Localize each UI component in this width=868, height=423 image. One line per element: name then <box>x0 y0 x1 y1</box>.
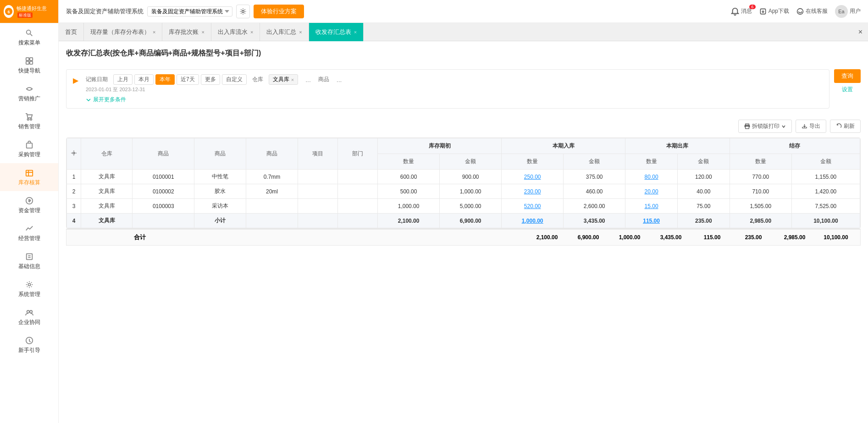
date-btn-7days[interactable]: 近7天 <box>177 74 199 85</box>
date-btn-this-year[interactable]: 本年 <box>155 74 175 85</box>
sidebar-item-marketing[interactable]: 营销推广 <box>0 79 58 107</box>
print-button[interactable]: 拆锁版打印 <box>738 120 792 133</box>
sidebar-item-search[interactable]: 搜索菜单 <box>0 23 58 51</box>
th-spec: 商品 <box>246 138 298 170</box>
product-label: 商品 <box>318 76 329 83</box>
sidebar-item-guide[interactable]: 新手引导 <box>0 331 58 359</box>
top-header: 装备及固定资产辅助管理系统 装备及固定资产辅助管理系统 体验行业方案 消息 6 … <box>59 0 868 23</box>
in-qty-link[interactable]: 250.00 <box>502 170 564 184</box>
out-qty-link[interactable]: 20.00 <box>625 184 678 199</box>
warehouse-tag-close[interactable]: × <box>291 77 294 82</box>
out-qty-link[interactable]: 80.00 <box>625 170 678 184</box>
main-area: 装备及固定资产辅助管理系统 装备及固定资产辅助管理系统 体验行业方案 消息 6 … <box>59 0 868 423</box>
th-product: 商品 <box>194 138 246 170</box>
page-content: 收发存汇总表(按仓库+商品编码+商品+规格型号+项目+部门) ▶ 记账日期 上月… <box>59 41 868 423</box>
footer-total-label: 合计 <box>66 233 213 242</box>
online-service-item[interactable]: 在线客服 <box>796 7 828 15</box>
th-open-stock: 库存期初 <box>378 138 502 154</box>
sidebar-item-enterprise[interactable]: 企业协同 <box>0 303 58 331</box>
tab-close-batch[interactable]: × <box>201 29 204 35</box>
subtotal-in-qty[interactable]: 1,000.00 <box>502 214 564 228</box>
svg-point-2 <box>26 30 30 34</box>
svg-point-19 <box>27 311 29 313</box>
export-button[interactable]: 导出 <box>796 120 826 133</box>
th-out-amt: 金额 <box>677 154 730 170</box>
data-table: 仓库 商品 商品 商品 项目 部门 库存期初 本期入库 本期出库 结存 <box>66 137 861 229</box>
tab-collection[interactable]: 收发存汇总表 × <box>309 23 364 41</box>
tab-close-inventory-dist[interactable]: × <box>153 29 155 35</box>
warehouse-tag: 文具库 × <box>269 74 298 85</box>
svg-rect-5 <box>29 58 32 60</box>
filter-expand-arrow[interactable]: ▶ <box>73 76 78 85</box>
warehouse-more[interactable]: ... <box>304 76 313 83</box>
table-footer: 合计 2,100.00 6,900.00 1,000.00 3,435.00 1… <box>66 229 861 246</box>
close-all-button[interactable]: × <box>853 28 868 36</box>
app-download-item[interactable]: App下载 <box>759 7 789 15</box>
date-btn-last-month[interactable]: 上月 <box>113 74 133 85</box>
sidebar-item-system[interactable]: 系统管理 <box>0 275 58 303</box>
expand-more-btn[interactable]: 展开更多条件 <box>86 96 823 104</box>
filter-bar: ▶ 记账日期 上月 本月 本年 近7天 更多 自定义 <box>66 69 829 109</box>
svg-point-8 <box>27 119 29 121</box>
tab-close-summary[interactable]: × <box>299 29 302 35</box>
footer-bal-qty: 2,985.00 <box>774 234 815 241</box>
sidebar-item-finance[interactable]: 资金管理 <box>0 191 58 219</box>
svg-rect-11 <box>26 170 32 176</box>
sidebar-item-inventory[interactable]: 库存核算 <box>0 163 58 191</box>
th-balance: 结存 <box>730 138 860 154</box>
sidebar-item-sales[interactable]: 销售管理 <box>0 107 58 135</box>
app-logo: 6 畅捷通好生意 标准版 <box>0 0 58 23</box>
try-button[interactable]: 体验行业方案 <box>254 5 304 18</box>
svg-point-28 <box>73 152 75 154</box>
tab-flow[interactable]: 出入库流水 × <box>211 23 260 41</box>
svg-rect-27 <box>746 126 749 129</box>
logo-text: 畅捷通好生意 标准版 <box>17 5 55 18</box>
sidebar-item-purchase[interactable]: 采购管理 <box>0 135 58 163</box>
settings-link[interactable]: 设置 <box>834 86 861 93</box>
th-code: 商品 <box>133 138 194 170</box>
in-qty-link[interactable]: 520.00 <box>502 199 564 214</box>
sidebar-item-basic-info[interactable]: 基础信息 <box>0 247 58 275</box>
svg-rect-6 <box>26 61 28 64</box>
date-btn-more[interactable]: 更多 <box>201 74 220 85</box>
th-bal-qty: 数量 <box>730 154 791 170</box>
message-icon-item[interactable]: 消息 6 <box>731 7 752 16</box>
date-btn-this-month[interactable]: 本月 <box>134 74 154 85</box>
svg-rect-7 <box>29 61 32 64</box>
svg-point-20 <box>29 311 32 313</box>
sidebar-item-quick-nav[interactable]: 快捷导航 <box>0 51 58 79</box>
settings-button[interactable] <box>236 5 250 18</box>
footer-out-qty: 115.00 <box>691 234 733 241</box>
svg-point-18 <box>28 283 30 286</box>
th-open-qty: 数量 <box>378 154 440 170</box>
sidebar: 6 畅捷通好生意 标准版 搜索菜单 快捷导航 营销推广 销售管理 采购管理 库存… <box>0 0 59 423</box>
product-more[interactable]: ... <box>335 76 344 83</box>
warehouse-label: 仓库 <box>252 76 263 83</box>
th-out-qty: 数量 <box>625 154 678 170</box>
sidebar-item-operations[interactable]: 经营管理 <box>0 219 58 247</box>
th-project: 项目 <box>298 138 338 170</box>
query-button[interactable]: 查询 <box>834 69 861 83</box>
svg-rect-10 <box>26 143 32 148</box>
system-select[interactable]: 装备及固定资产辅助管理系统 <box>147 6 232 16</box>
subtotal-out-qty[interactable]: 115.00 <box>625 214 678 228</box>
footer-in-qty: 1,000.00 <box>609 234 650 241</box>
in-qty-link[interactable]: 230.00 <box>502 184 564 199</box>
tab-summary[interactable]: 出入库汇总 × <box>260 23 309 41</box>
svg-point-22 <box>242 10 244 12</box>
table-settings-header[interactable] <box>67 138 81 170</box>
tab-batch[interactable]: 库存批次账 × <box>162 23 211 41</box>
date-btn-custom[interactable]: 自定义 <box>222 74 247 85</box>
out-qty-link[interactable]: 15.00 <box>625 199 678 214</box>
table-row: 1 文具库 0100001 中性笔 0.7mm 600.00 900.00 25… <box>67 170 860 184</box>
footer-open-amt: 6,900.00 <box>568 234 609 241</box>
tab-close-flow[interactable]: × <box>250 29 253 35</box>
th-in-qty: 数量 <box>502 154 564 170</box>
user-item[interactable]: Ea 用户 <box>835 5 861 18</box>
tab-home[interactable]: 首页 <box>59 23 84 41</box>
th-dept: 部门 <box>338 138 378 170</box>
tab-close-collection[interactable]: × <box>354 29 357 35</box>
tab-inventory-dist[interactable]: 现存量（库存分布表） × <box>84 23 162 41</box>
refresh-button[interactable]: 刷新 <box>830 120 861 133</box>
table-subtotal-row: 4 文具库 小计 2,100.00 6,900.00 1,000.00 3,43… <box>67 214 860 228</box>
